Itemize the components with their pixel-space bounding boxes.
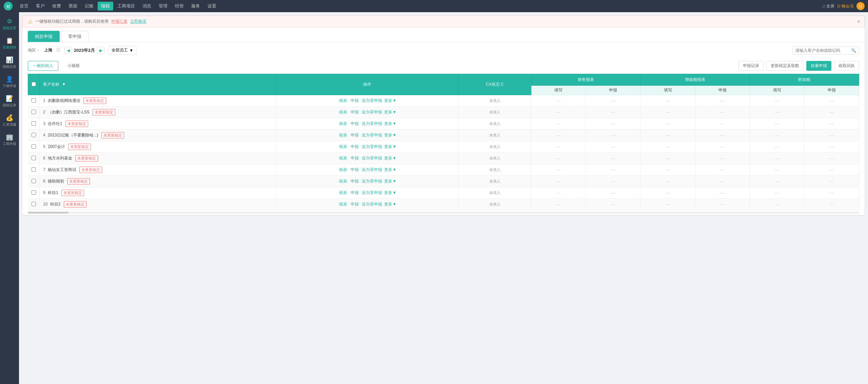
nav-business[interactable]: 工商项目 [114,2,138,10]
tab-small-scale[interactable]: 小规模 [62,61,85,71]
row-op-declare[interactable]: 申报 [351,202,359,207]
row-op-tax-form[interactable]: 税表 [339,144,347,149]
row-checkbox-3[interactable] [32,133,36,137]
nav-settings[interactable]: 设置 [204,2,220,10]
nav-operation[interactable]: 经营 [172,2,187,10]
nav-message[interactable]: 消息 [139,2,155,10]
record-button[interactable]: 申报记录 [738,61,764,71]
row-client-name: 6 地方水利基金 未更新核定 [40,153,276,164]
nav-home[interactable]: 首页 [16,2,32,10]
row-op-zero[interactable]: 设为零申报 [362,190,382,195]
row-checkbox-7[interactable] [32,179,36,183]
nav-customer[interactable]: 客户 [33,2,48,10]
region-info-icon[interactable]: ⓘ [56,47,60,53]
batch-declare-button[interactable]: 批量申报 [806,61,831,71]
row-op-zero[interactable]: 设为零申报 [362,202,382,207]
select-all-checkbox[interactable] [32,82,36,86]
row-op-zero[interactable]: 设为零申报 [362,156,382,161]
row-op-declare[interactable]: 申报 [351,144,359,149]
row-op-declare[interactable]: 申报 [351,133,359,137]
row-op-tax-form[interactable]: 税表 [339,133,347,137]
nav-bookkeeping[interactable]: 记账 [81,2,97,10]
row-op-more[interactable]: 更多▼ [384,167,396,172]
sidebar-label-annual-report: 工商年报 [3,142,16,146]
top-nav-right: □ 全屏 ⊡ 畅会员 U [823,2,865,10]
row-op-declare[interactable]: 申报 [351,121,359,126]
row-checkbox-9[interactable] [32,202,36,206]
notice-close-button[interactable]: × [857,19,860,25]
row-op-zero[interactable]: 设为零申报 [362,133,382,137]
row-op-tax-form[interactable]: 税表 [339,110,347,114]
update-button[interactable]: 更新税定及取数 [766,61,804,71]
staff-select[interactable]: 全部员工 ▼ [108,46,136,55]
filter-bar: 地区： 上海 ⓘ ◀ 2023年2月 ▶ 全部员工 ▼ 🔍 [22,42,865,58]
row-op-tax-form[interactable]: 税表 [339,202,347,207]
row-op-zero[interactable]: 设为零申报 [362,167,382,172]
user-avatar[interactable]: U [856,2,865,10]
row-op-zero[interactable]: 设为零申报 [362,121,382,126]
row-op-declare[interactable]: 申报 [351,179,359,184]
tab-general-taxpayer[interactable]: 一般的税人 [28,61,58,71]
tab-tax-declaration[interactable]: 税款申报 [28,31,60,42]
row-op-more[interactable]: 更多▼ [384,202,396,207]
row-op-declare[interactable]: 申报 [351,190,359,195]
row-op-declare[interactable]: 申报 [351,167,359,172]
tab-zero-declaration[interactable]: 零申报 [61,31,88,42]
search-input[interactable] [795,48,850,53]
row-op-tax-form[interactable]: 税表 [339,121,347,126]
row-op-zero[interactable]: 设为零申报 [362,98,382,103]
row-checkbox-8[interactable] [32,190,36,195]
row-fin-declare: — [586,187,640,199]
row-op-zero[interactable]: 设为零申报 [362,144,382,149]
row-op-zero[interactable]: 设为零申报 [362,179,382,184]
nav-tax[interactable]: 报税 [98,2,113,10]
row-op-tax-form[interactable]: 税表 [339,190,347,195]
row-op-more[interactable]: 更多▼ [384,110,396,114]
date-prev-button[interactable]: ◀ [64,47,72,54]
sidebar-item-settlement[interactable]: 💰 汇算清缴 [1,111,18,129]
member-btn[interactable]: ⊡ 畅会员 [837,3,854,9]
row-checkbox-6[interactable] [32,167,36,172]
nav-manage[interactable]: 管理 [155,2,171,10]
row-op-more[interactable]: 更多▼ [384,133,396,137]
row-op-declare[interactable]: 申报 [351,110,359,114]
scroll-thumb[interactable] [28,212,68,214]
row-op-tax-form[interactable]: 税表 [339,179,347,184]
sidebar-item-annual-report[interactable]: 🏢 工商年报 [1,131,18,149]
nav-service[interactable]: 服务 [188,2,203,10]
row-ca-status: 未填入 [458,95,531,107]
logo[interactable]: 财 [3,1,13,11]
scroll-track[interactable] [28,212,859,214]
sidebar-item-tax-settings[interactable]: ⚙ 报税设置 [1,15,18,33]
sort-icon[interactable]: ▼ [62,82,66,87]
row-op-more[interactable]: 更多▼ [384,179,396,184]
notice-link-buy[interactable]: 立即购买 [130,19,146,24]
row-op-more[interactable]: 更多▼ [384,190,396,195]
row-op-more[interactable]: 更多▼ [384,121,396,126]
row-checkbox-2[interactable] [32,121,36,126]
row-op-zero[interactable]: 设为零申报 [362,110,382,114]
nav-invoice[interactable]: 票据 [65,2,81,10]
sidebar-item-tax-overview[interactable]: 📊 报税总览 [1,54,18,71]
date-next-button[interactable]: ▶ [97,47,104,54]
row-op-more[interactable]: 更多▼ [384,156,396,161]
sidebar-item-tax-record[interactable]: 📝 报税记录 [1,92,18,110]
fullscreen-btn[interactable]: □ 全屏 [823,3,834,9]
row-op-declare[interactable]: 申报 [351,98,359,103]
sidebar-item-batch-tax[interactable]: 📋 批量报税 [1,34,18,52]
row-checkbox-0[interactable] [32,98,36,103]
row-op-tax-form[interactable]: 税表 [339,98,347,103]
row-checkbox-5[interactable] [32,156,36,160]
notice-link-report[interactable]: 申报汇签 [111,19,127,24]
nav-fee[interactable]: 收费 [49,2,64,10]
search-icon[interactable]: 🔍 [851,48,856,53]
row-checkbox-1[interactable] [32,110,36,114]
row-op-declare[interactable]: 申报 [351,156,359,161]
retrieve-button[interactable]: 收取回执 [834,61,859,71]
row-op-tax-form[interactable]: 税表 [339,156,347,161]
row-op-more[interactable]: 更多▼ [384,144,396,149]
row-checkbox-4[interactable] [32,144,36,149]
sidebar-item-personal-tax[interactable]: 👤 个税申报 [1,73,18,91]
row-op-more[interactable]: 更多▼ [384,98,396,103]
row-op-tax-form[interactable]: 税表 [339,167,347,172]
